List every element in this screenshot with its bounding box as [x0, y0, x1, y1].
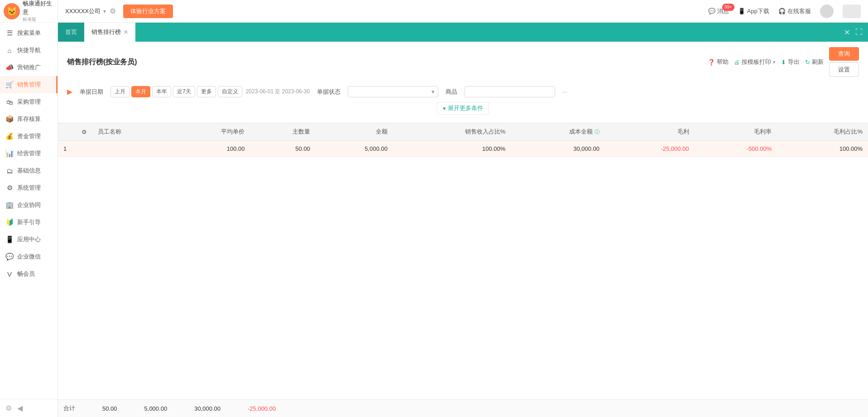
messages-item[interactable]: 💬 消息 99+	[708, 7, 729, 15]
operations-label: 经营管理	[17, 149, 41, 158]
footer-amount: 5,000.00	[144, 405, 168, 412]
tab-fullscreen-icon[interactable]: ⛶	[855, 28, 863, 36]
purchase-label: 采购管理	[17, 98, 41, 106]
top-header: XXXXXX公司 ▾ ⚙ 体验行业方案 💬 消息 99+ 📱 App下载 🎧 在…	[58, 0, 868, 23]
collapse-icon[interactable]: ◀	[17, 404, 23, 412]
th-sales-ratio: 销售收入占比%	[393, 123, 511, 141]
sidebar-item-basic-info[interactable]: 🗂 基础信息	[0, 162, 58, 179]
tab-home[interactable]: 首页	[58, 23, 84, 42]
cell-gross-ratio: 100.00%	[777, 141, 868, 157]
query-button[interactable]: 查询	[829, 47, 859, 61]
sidebar-item-member[interactable]: V 畅会员	[0, 265, 58, 283]
th-rank	[58, 123, 76, 141]
sidebar-item-operations[interactable]: 📊 经营管理	[0, 145, 58, 162]
online-service-label: 在线客服	[787, 7, 811, 15]
th-amount: 全额	[316, 123, 393, 141]
inventory-label: 库存核算	[17, 115, 41, 123]
system-icon: ⚙	[5, 184, 14, 192]
sidebar-item-quick-nav[interactable]: ⌂ 快捷导航	[0, 42, 58, 59]
sidebar-item-guide[interactable]: 🔰 新手引导	[0, 214, 58, 231]
th-cost: 成本全额 ⓘ	[511, 123, 605, 141]
cell-amount: 5,000.00	[316, 141, 393, 157]
status-select[interactable]	[348, 86, 438, 97]
date-range-group: 上月 本月 本年 近7天 更多 自定义 2023-06-01 至 2023-06…	[110, 86, 310, 97]
sidebar-item-inventory[interactable]: 📦 库存核算	[0, 110, 58, 128]
company-name: XXXXXX公司	[65, 7, 101, 15]
trial-button[interactable]: 体验行业方案	[123, 5, 173, 18]
search-order-label: 搜索菜单	[17, 29, 41, 37]
quick-nav-label: 快捷导航	[17, 46, 41, 54]
sidebar-footer: ⚙ ◀	[0, 399, 58, 417]
online-service-item[interactable]: 🎧 在线客服	[778, 7, 811, 15]
cell-settings	[76, 141, 92, 157]
sidebar-item-enterprise[interactable]: 🏢 企业协同	[0, 197, 58, 214]
more-dots[interactable]: ···	[562, 88, 567, 95]
sidebar-item-app-center[interactable]: 📱 应用中心	[0, 231, 58, 248]
expand-more-button[interactable]: ▾ 展开更多条件	[437, 102, 489, 115]
guide-label: 新手引导	[17, 218, 41, 226]
date-btn-this-year[interactable]: 本年	[152, 86, 171, 97]
settings-button[interactable]: 设置	[829, 62, 859, 77]
goods-input[interactable]	[465, 86, 555, 97]
help-button[interactable]: ❓ 帮助	[708, 58, 729, 66]
page-title: 销售排行榜(按业务员)	[67, 58, 137, 67]
print-chevron-icon: ▾	[773, 59, 776, 65]
tab-close-all-icon[interactable]: ✕	[844, 28, 850, 37]
date-btn-last-month[interactable]: 上月	[110, 86, 129, 97]
sidebar-item-finance[interactable]: 💰 资金管理	[0, 128, 58, 145]
date-btn-this-month[interactable]: 本月	[131, 86, 150, 97]
refresh-button[interactable]: ↻ 刷新	[805, 58, 824, 66]
sales-rank-table: ⚙ 员工名称 平均单价 主数量 全额 销售收入占比% 成本全额 ⓘ 毛利 毛利率…	[58, 123, 868, 157]
sales-label: 销售管理	[17, 81, 41, 89]
export-label: 导出	[788, 58, 800, 66]
cell-avg-price: 100.00	[171, 141, 250, 157]
finance-icon: 💰	[5, 132, 14, 140]
basic-info-label: 基础信息	[17, 167, 41, 175]
cell-cost: 30,000.00	[511, 141, 605, 157]
sales-rank-tab-label: 销售排行榜	[91, 28, 121, 36]
cell-gross: -25,000.00	[605, 141, 695, 157]
sidebar-item-sales[interactable]: 🛒 销售管理	[0, 76, 58, 93]
footer-main-qty: 50.00	[102, 405, 117, 412]
company-selector[interactable]: XXXXXX公司 ▾	[65, 7, 106, 15]
sidebar-nav: ☰ 搜索菜单⌂ 快捷导航📣 营销推广🛒 销售管理🛍 采购管理📦 库存核算💰 资金…	[0, 23, 58, 399]
date-btn-custom[interactable]: 自定义	[218, 86, 242, 97]
tab-sales-rank[interactable]: 销售排行榜 ✕	[84, 23, 135, 42]
logo-text: 畅康通好生意 标准版	[23, 0, 54, 23]
print-label: 按模板打印	[742, 58, 771, 66]
date-btn-more[interactable]: 更多	[197, 86, 216, 97]
settings-footer-icon[interactable]: ⚙	[5, 404, 12, 412]
date-btn-7days[interactable]: 近7天	[173, 86, 195, 97]
app-download-item[interactable]: 📱 App下载	[738, 7, 769, 15]
th-avg-price: 平均单价	[171, 123, 250, 141]
avatar[interactable]	[820, 5, 834, 18]
quick-nav-icon: ⌂	[5, 47, 14, 54]
sales-icon: 🛒	[5, 81, 14, 89]
user-name-placeholder[interactable]	[843, 5, 861, 18]
filter-toggle-icon[interactable]: ▶	[67, 87, 72, 96]
table-row: 1 100.00 50.00 5,000.00 100.00% 30,000.0…	[58, 141, 868, 157]
page-content: 销售排行榜(按业务员) ❓ 帮助 🖨 按模板打印 ▾ ⬇ 导出	[58, 42, 868, 417]
gear-icon[interactable]: ⚙	[110, 7, 116, 15]
sidebar-item-system[interactable]: ⚙ 系统管理	[0, 179, 58, 197]
main-area: XXXXXX公司 ▾ ⚙ 体验行业方案 💬 消息 99+ 📱 App下载 🎧 在…	[58, 0, 868, 417]
sidebar-item-wechat[interactable]: 💬 企业微信	[0, 248, 58, 265]
export-icon: ⬇	[781, 59, 786, 66]
th-settings[interactable]: ⚙	[76, 123, 92, 141]
sidebar-item-search-order[interactable]: ☰ 搜索菜单	[0, 24, 58, 42]
headset-icon: 🎧	[778, 8, 786, 14]
print-button[interactable]: 🖨 按模板打印 ▾	[734, 58, 776, 66]
sidebar-item-purchase[interactable]: 🛍 采购管理	[0, 93, 58, 110]
sidebar-item-marketing[interactable]: 📣 营销推广	[0, 59, 58, 76]
tab-close-icon[interactable]: ✕	[124, 29, 128, 35]
logo-icon: 🐱	[4, 3, 20, 19]
message-icon: 💬	[708, 8, 715, 14]
home-tab-label: 首页	[65, 28, 77, 36]
export-button[interactable]: ⬇ 导出	[781, 58, 800, 66]
wechat-icon: 💬	[5, 253, 14, 261]
expand-more-label: 展开更多条件	[448, 104, 483, 112]
marketing-label: 营销推广	[17, 63, 41, 72]
member-label: 畅会员	[17, 270, 35, 278]
app-center-icon: 📱	[5, 235, 14, 244]
date-label: 单据日期	[80, 88, 103, 96]
